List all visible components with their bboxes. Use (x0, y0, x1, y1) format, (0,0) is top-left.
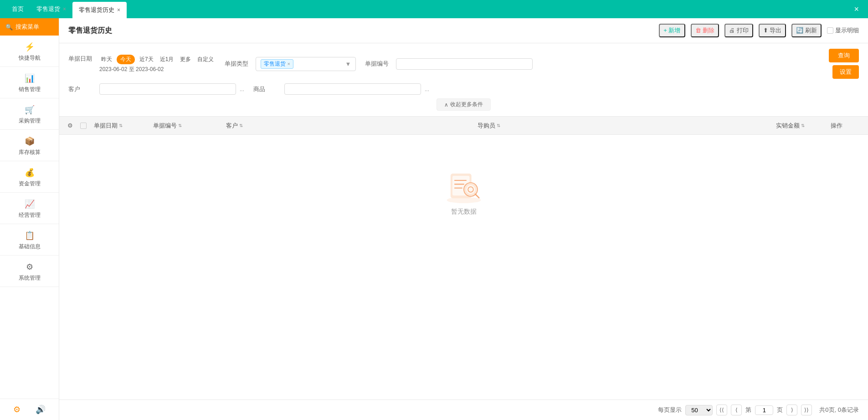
col-guide[interactable]: 导购员 ⇅ (474, 122, 529, 130)
col-num[interactable]: 单据编号 ⇅ (149, 122, 222, 130)
sidebar-item-system[interactable]: ⚙ 系统管理 (0, 256, 59, 287)
col-customer-sort-icon: ⇅ (239, 123, 243, 128)
tab-retail-return[interactable]: 零售退货 × (30, 0, 72, 18)
pagination: 每页显示 20 50 100 ⟨⟨ ⟨ 第 1 页 ⟩ ⟩⟩ 共0页, 0条记录 (59, 400, 868, 420)
filter-area: 单据日期 昨天 今天 近7天 近1月 更多 自定义 2023-06-02 至 2… (59, 43, 868, 117)
goods-ellipsis[interactable]: ... (425, 86, 429, 92)
page-header: 零售退货历史 + 新增 🗑 删除 🖨 打印 ⬆ 导出 🔄 刷新 显示明细 (59, 18, 868, 43)
date-7days[interactable]: 近7天 (138, 55, 155, 64)
tab-home[interactable]: 首页 (5, 0, 30, 18)
type-tag-close[interactable]: × (287, 61, 290, 67)
header-actions: + 新增 🗑 删除 🖨 打印 ⬆ 导出 🔄 刷新 显示明细 (659, 24, 859, 37)
setting-button[interactable]: 设置 (832, 65, 859, 79)
page-unit-label: 页 (777, 406, 783, 414)
collapse-up-icon: ∧ (444, 102, 448, 108)
tab-retail-return-history[interactable]: 零售退货历史 × (72, 2, 127, 18)
date-today[interactable]: 今天 (117, 55, 135, 64)
date-filter-label: 单据日期 (68, 55, 96, 63)
tab-retail-return-history-label: 零售退货历史 (79, 6, 114, 14)
refresh-button[interactable]: 🔄 刷新 (791, 24, 822, 37)
sidebar-item-inventory[interactable]: 📦 库存核算 (0, 130, 59, 161)
export-button[interactable]: ⬆ 导出 (759, 24, 786, 37)
col-num-label: 单据编号 (153, 122, 177, 130)
system-icon: ⚙ (26, 262, 33, 272)
sidebar-item-finance-label: 资金管理 (19, 180, 41, 188)
sidebar: 🔍 搜索菜单 ⚡ 快捷导航 📊 销售管理 🛒 采购管理 📦 库存核算 💰 资金管… (0, 18, 59, 420)
empty-state: 暂无数据 (59, 135, 868, 243)
date-yesterday[interactable]: 昨天 (99, 55, 114, 64)
col-amount-sort-icon: ⇅ (801, 123, 805, 128)
customer-ellipsis[interactable]: ... (240, 86, 244, 92)
date-more[interactable]: 更多 (178, 55, 193, 64)
sidebar-item-basic-info[interactable]: 📋 基础信息 (0, 224, 59, 256)
sidebar-item-finance[interactable]: 💰 资金管理 (0, 161, 59, 193)
collapse-row: ∧ 收起更多条件 (68, 97, 859, 111)
delete-button[interactable]: 🗑 删除 (691, 24, 719, 37)
date-options: 昨天 今天 近7天 近1月 更多 自定义 (99, 55, 216, 64)
svg-point-7 (466, 185, 475, 194)
sidebar-search[interactable]: 🔍 搜索菜单 (0, 18, 59, 36)
col-customer[interactable]: 客户 ⇅ (222, 122, 474, 130)
add-button[interactable]: + 新增 (659, 24, 685, 37)
window-close-button[interactable]: × (850, 3, 863, 15)
col-op-label: 操作 (831, 122, 842, 130)
col-amount-label: 实销金额 (776, 122, 800, 130)
sidebar-item-sales-label: 销售管理 (19, 86, 41, 93)
print-button[interactable]: 🖨 打印 (724, 24, 753, 37)
customer-input[interactable] (99, 83, 236, 95)
col-amount[interactable]: 实销金额 ⇅ (772, 122, 827, 130)
search-icon: 🔍 (5, 24, 13, 31)
goods-input[interactable] (284, 83, 421, 95)
date-1month[interactable]: 近1月 (158, 55, 176, 64)
sidebar-item-purchase[interactable]: 🛒 采购管理 (0, 98, 59, 130)
type-select-arrow-icon: ▼ (345, 61, 351, 67)
type-filter-label: 单据类型 (225, 60, 252, 68)
sidebar-search-label: 搜索菜单 (15, 23, 39, 31)
page-label: 第 (745, 406, 751, 414)
operations-icon: 📈 (25, 199, 35, 209)
page-input[interactable]: 1 (755, 405, 773, 415)
sidebar-item-operations-label: 经营管理 (19, 211, 41, 219)
voucher-input[interactable] (396, 58, 533, 70)
sidebar-item-basic-info-label: 基础信息 (19, 243, 41, 251)
type-select[interactable]: 零售退货 × ▼ (256, 57, 356, 71)
sidebar-item-quick-nav-label: 快捷导航 (19, 54, 41, 62)
next-page-button[interactable]: ⟩ (786, 405, 797, 415)
select-all-checkbox[interactable] (80, 123, 87, 129)
query-button[interactable]: 查询 (829, 49, 859, 62)
sidebar-bottom: ⚙ 🔊 (0, 399, 59, 420)
quick-nav-icon: ⚡ (25, 42, 35, 52)
show-detail-checkbox[interactable] (827, 27, 833, 34)
first-page-button[interactable]: ⟨⟨ (716, 405, 727, 415)
customer-filter-group: 客户 ... (68, 83, 244, 95)
prev-page-button[interactable]: ⟨ (731, 405, 742, 415)
col-guide-sort-icon: ⇅ (497, 123, 500, 128)
collapse-button[interactable]: ∧ 收起更多条件 (437, 98, 491, 111)
tab-retail-return-history-close[interactable]: × (117, 7, 120, 13)
type-tag-label: 零售退货 (264, 60, 286, 68)
sidebar-item-quick-nav[interactable]: ⚡ 快捷导航 (0, 36, 59, 67)
main-layout: 🔍 搜索菜单 ⚡ 快捷导航 📊 销售管理 🛒 采购管理 📦 库存核算 💰 资金管… (0, 18, 868, 420)
goods-filter-group: 商品 ... (253, 83, 429, 95)
total-info: 共0页, 0条记录 (819, 406, 859, 414)
per-page-select[interactable]: 20 50 100 (685, 405, 713, 415)
col-date[interactable]: 单据日期 ⇅ (90, 122, 149, 130)
svg-line-8 (475, 194, 479, 198)
sidebar-item-sales[interactable]: 📊 销售管理 (0, 67, 59, 98)
per-page-label: 每页显示 (658, 406, 682, 414)
inventory-icon: 📦 (25, 136, 35, 146)
finance-icon: 💰 (25, 168, 35, 178)
table-select-all[interactable] (77, 123, 90, 129)
empty-state-icon (441, 162, 487, 208)
sidebar-item-operations[interactable]: 📈 经营管理 (0, 193, 59, 224)
settings-bottom-icon[interactable]: ⚙ (13, 405, 21, 415)
volume-icon[interactable]: 🔊 (36, 405, 46, 415)
show-detail-toggle[interactable]: 显示明细 (827, 26, 859, 35)
last-page-button[interactable]: ⟩⟩ (801, 405, 812, 415)
table-settings-icon[interactable]: ⚙ (64, 122, 77, 129)
show-detail-label: 显示明细 (835, 26, 859, 35)
sidebar-item-inventory-label: 库存核算 (19, 149, 41, 156)
col-guide-label: 导购员 (478, 122, 495, 130)
date-custom[interactable]: 自定义 (195, 55, 216, 64)
tab-retail-return-close[interactable]: × (63, 6, 66, 12)
